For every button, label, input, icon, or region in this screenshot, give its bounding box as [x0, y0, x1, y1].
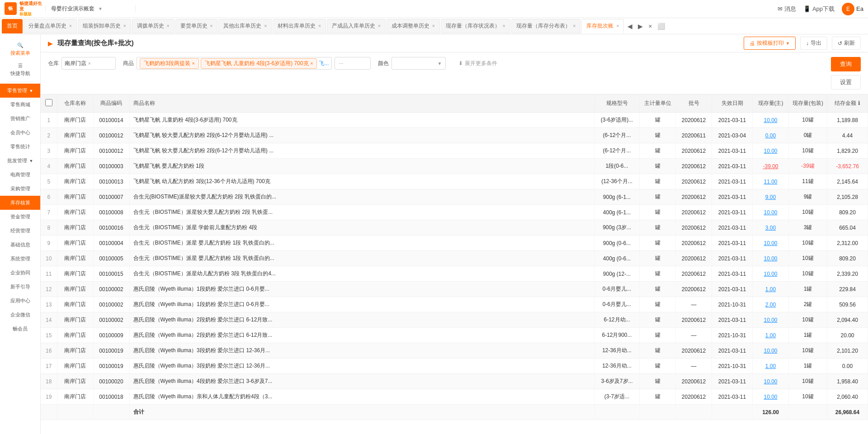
sidebar-item-wechat[interactable]: 企业微信 — [0, 308, 40, 322]
main-layout: 🔍 搜索菜单 ☰ 快捷导航 零售管理 ▼ 零售商城 营销推广 会员中心 零售统计… — [0, 34, 868, 434]
tab-xiancunliang1[interactable]: 现存量（库存状况表） × — [441, 19, 510, 33]
warehouse-tag-close-icon[interactable]: × — [88, 61, 91, 66]
tab-close-icon[interactable]: × — [378, 24, 381, 28]
sidebar-item-wholesale[interactable]: 批发管理 ▼ — [0, 154, 40, 168]
table-row: 7 南岸门店 00100008 合生元（BIOSTIME）派星较大婴儿配方奶粉 … — [41, 205, 868, 220]
tab-close-icon[interactable]: × — [264, 24, 267, 28]
tab-next-btn[interactable]: ▶ — [635, 23, 646, 30]
sidebar-item-marketing[interactable]: 营销推广 — [0, 112, 40, 126]
sidebar-item-operations[interactable]: 经营管理 — [0, 224, 40, 238]
sidebar-item-inventory[interactable]: 库存核算 — [0, 196, 40, 210]
message-btn[interactable]: ✉ 消息 — [778, 5, 796, 13]
sidebar-item-corp-collab[interactable]: 企业协同 — [0, 266, 40, 280]
summary-row: 合计 126.00 26,968.64 — [41, 405, 868, 420]
tab-close-icon[interactable]: × — [573, 24, 576, 28]
account-label: 母婴行业演示账套 — [51, 5, 94, 13]
tab-cailiao[interactable]: 材料出库单历史 × — [273, 19, 326, 33]
sidebar-quick-nav[interactable]: ☰ 快捷导航 — [0, 60, 40, 80]
sidebar-item-app-center[interactable]: 应用中心 — [0, 294, 40, 308]
retail-mgmt-label: 零售管理 — [7, 87, 27, 94]
setting-btn[interactable]: 设置 — [831, 75, 861, 90]
th-checkbox — [41, 94, 57, 113]
sidebar-item-retail-shop[interactable]: 零售商城 — [0, 98, 40, 112]
ecommerce-label: 电商管理 — [10, 171, 30, 178]
warehouse-tag: 南岸门店 — [65, 60, 86, 67]
table-area: 仓库名称 商品编码 商品名称 规格型号 主计量单位 批号 失效日期 现存量(主)… — [41, 94, 868, 434]
tab-close-icon[interactable]: × — [123, 24, 126, 28]
sidebar-toggle-btn[interactable]: ▶ — [48, 40, 53, 47]
template-print-btn[interactable]: 🖨 按模板打印 ▼ — [744, 37, 796, 50]
tab-close-icon[interactable]: × — [69, 24, 72, 28]
tab-close-icon[interactable]: × — [167, 24, 170, 28]
th-spec: 规格型号 — [594, 94, 640, 113]
user-profile[interactable]: E Ea — [842, 3, 863, 15]
tab-close-icon[interactable]: × — [432, 24, 435, 28]
product-tag-close-1[interactable]: × — [192, 61, 195, 66]
tab-close-icon[interactable]: × — [210, 24, 213, 28]
product-tag-close-2[interactable]: × — [311, 61, 313, 66]
tab-close-icon[interactable]: × — [503, 24, 505, 28]
expand-icon: ⬇ — [458, 60, 463, 66]
table-row: 3 南岸门店 00100012 飞鹤星飞帆 较大婴儿配方奶粉 2段(6-12个月… — [41, 143, 868, 159]
phone-icon: 📱 — [803, 5, 811, 12]
th-expire: 失效日期 — [712, 94, 753, 113]
tab-close-all-btn[interactable]: × — [646, 23, 655, 30]
export-btn[interactable]: ↓ 导出 — [800, 37, 827, 50]
sidebar-search[interactable]: 🔍 搜索菜单 — [0, 39, 40, 60]
summary-stock-main: 126.00 — [753, 405, 789, 420]
tab-close-icon[interactable]: × — [616, 24, 619, 28]
tab-chancheng[interactable]: 产成品入库单历史 × — [327, 19, 386, 33]
sidebar-item-finance[interactable]: 资金管理 — [0, 210, 40, 224]
page-title: 现存量查询(按仓库+批次) — [57, 39, 134, 47]
product-filter: 商品 飞鹤奶粉3段两提装× 飞鹤星飞帆 儿童奶粉 4段(3-6岁适用) 700克… — [123, 57, 371, 70]
logo-area: 畅 畅捷通好生意 标题版 — [5, 1, 45, 17]
table-row: 18 南岸门店 00100020 惠氏启陵（Wyeth illuma）4段奶粉 … — [41, 374, 868, 389]
sidebar-expand-icon: ▼ — [29, 89, 33, 93]
filter-section: 仓库 南岸门店 × 商品 飞鹤奶粉3段两提装× 飞鹤星飞帆 儿童奶粉 4段(3-… — [48, 57, 861, 90]
table-row: 13 南岸门店 00100002 惠氏启陵（Wyeth illuma）1段奶粉 … — [41, 297, 868, 312]
product-input[interactable]: 飞鹤奶粉3段两提装× 飞鹤星飞帆 儿童奶粉 4段(3-6岁适用) 700克× 飞… — [137, 57, 332, 70]
sidebar-item-new-guide[interactable]: 新手引导 — [0, 280, 40, 294]
sidebar-search-label: 搜索菜单 — [10, 50, 30, 57]
tab-maximize-btn[interactable]: ⬜ — [655, 23, 668, 30]
new-guide-label: 新手引导 — [10, 283, 30, 290]
sidebar-item-system[interactable]: 系统管理 — [0, 252, 40, 266]
refresh-btn[interactable]: ↺ 刷新 — [832, 37, 861, 50]
table-row: 2 南岸门店 00100012 飞鹤星飞帆 较大婴儿配方奶粉 2段(6-12个月… — [41, 128, 868, 143]
data-table: 仓库名称 商品编码 商品名称 规格型号 主计量单位 批号 失效日期 现存量(主)… — [41, 94, 868, 420]
export-icon: ↓ — [806, 40, 809, 47]
sidebar-item-retail-stats[interactable]: 零售统计 — [0, 140, 40, 154]
product-more-tag[interactable]: 飞... — [319, 60, 329, 67]
sidebar-item-member-service[interactable]: 畅会员 — [0, 322, 40, 336]
app-download-btn[interactable]: 📱 App下载 — [803, 5, 835, 13]
tab-home[interactable]: 首页 — [2, 19, 23, 33]
warehouse-input[interactable]: 南岸门店 × — [61, 57, 116, 70]
query-btn[interactable]: 查询 — [831, 57, 861, 71]
tab-close-icon[interactable]: × — [318, 24, 321, 28]
th-stock-pkg: 现存量(包装) — [789, 94, 827, 113]
sidebar-item-members[interactable]: 会员中心 — [0, 126, 40, 140]
tab-qitachuku[interactable]: 其他出库单历史 × — [218, 19, 272, 33]
sidebar-item-basic-info[interactable]: 基础信息 — [0, 238, 40, 252]
tab-chengbentiaoz[interactable]: 成本调整单历史 × — [387, 19, 440, 33]
table-row: 8 南岸门店 00100016 合生元（BIOSTIME）派星 学龄前儿童配方奶… — [41, 220, 868, 236]
tab-diaobodanls[interactable]: 调拨单历史 × — [132, 19, 175, 33]
sidebar-item-retail-mgmt[interactable]: 零售管理 ▼ — [0, 84, 40, 98]
home-tab-label: 首页 — [7, 22, 18, 30]
expand-more-btn[interactable]: ⬇ 展开更多条件 — [453, 58, 503, 69]
tab-prev-btn[interactable]: ◀ — [625, 23, 635, 30]
select-all-checkbox[interactable] — [45, 99, 52, 106]
tab-fenliangpandian[interactable]: 分量盘点单历史 × — [24, 19, 77, 33]
account-dropdown[interactable]: 母婴行业演示账套 ▼ — [45, 5, 136, 13]
tab-zuzhuang[interactable]: 组装拆卸单历史 × — [78, 19, 131, 33]
sidebar-item-ecommerce[interactable]: 电商管理 — [0, 168, 40, 182]
color-filter-label: 颜色 — [378, 60, 389, 67]
sidebar-item-purchase[interactable]: 采购管理 — [0, 182, 40, 196]
color-select[interactable]: ▼ — [392, 57, 446, 70]
warehouse-filter-label: 仓库 — [48, 60, 59, 67]
nav-icon: ☰ — [18, 63, 23, 69]
product-more-btn[interactable]: ··· — [335, 57, 371, 70]
tab-yaohuo[interactable]: 要货单历史 × — [175, 19, 218, 33]
tab-xiancunliang2[interactable]: 现存量（库存分布表） × — [511, 19, 581, 33]
tab-kucunpici[interactable]: 库存批次账 × — [581, 19, 624, 33]
